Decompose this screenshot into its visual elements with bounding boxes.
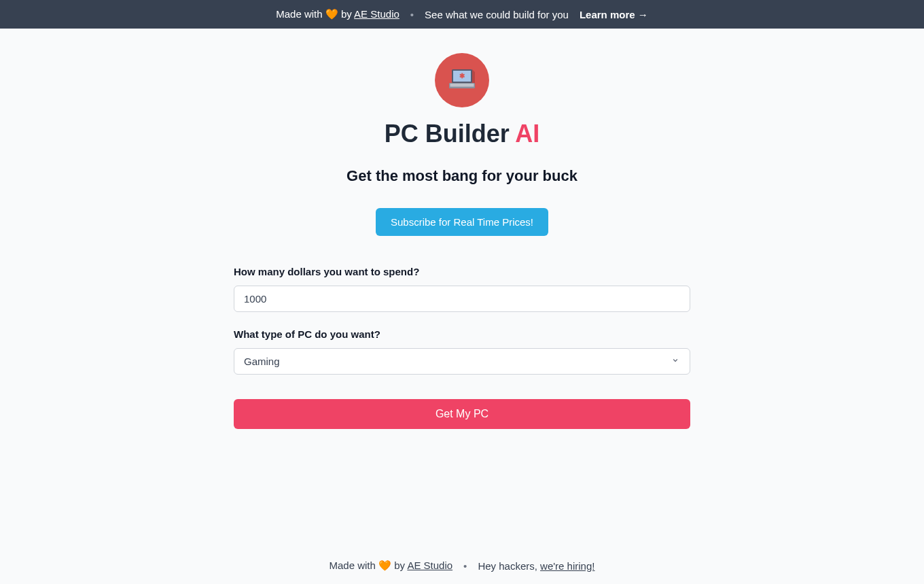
logo: ✱ ✱: [435, 53, 489, 107]
pc-type-select[interactable]: Gaming: [234, 348, 690, 375]
banner-made-with: Made with 🧡 by AE Studio: [276, 8, 399, 20]
get-my-pc-button[interactable]: Get My PC: [234, 399, 690, 429]
footer-hiring: Hey hackers, we're hiring!: [478, 560, 594, 572]
pc-type-value: Gaming: [244, 356, 280, 367]
banner-tagline: See what we could build for you: [425, 9, 569, 20]
banner-prefix-text: Made with 🧡 by: [276, 8, 354, 20]
ae-studio-link-footer[interactable]: AE Studio: [407, 560, 452, 571]
learn-more-link[interactable]: Learn more →: [580, 9, 648, 20]
banner-dot: •: [410, 9, 414, 20]
title-prefix: PC Builder: [385, 120, 516, 148]
budget-label: How many dollars you want to spend?: [234, 266, 690, 277]
svg-text:✱: ✱: [459, 72, 465, 80]
ae-studio-link-top[interactable]: AE Studio: [354, 8, 399, 20]
page-subtitle: Get the most bang for your buck: [346, 167, 578, 185]
top-banner: Made with 🧡 by AE Studio • See what we c…: [0, 0, 924, 29]
footer: Made with 🧡 by AE Studio • Hey hackers, …: [0, 547, 924, 584]
title-ai: AI: [515, 120, 539, 148]
footer-prefix-text: Made with 🧡 by: [330, 560, 408, 571]
budget-input[interactable]: [234, 286, 690, 312]
footer-dot: •: [463, 560, 467, 572]
subscribe-button[interactable]: Subscribe for Real Time Prices!: [376, 208, 548, 236]
footer-made-with: Made with 🧡 by AE Studio: [330, 560, 453, 572]
chevron-down-icon: [671, 356, 680, 367]
laptop-icon: ✱ ✱: [448, 68, 476, 92]
page-title: PC Builder AI: [385, 120, 540, 148]
main-content: ✱ ✱ PC Builder AI Get the most bang for …: [0, 29, 924, 547]
hiring-link[interactable]: we're hiring!: [540, 560, 594, 572]
form: How many dollars you want to spend? What…: [234, 266, 690, 429]
svg-rect-11: [450, 84, 474, 87]
pc-type-label: What type of PC do you want?: [234, 328, 690, 340]
footer-hiring-prefix: Hey hackers,: [478, 560, 540, 572]
